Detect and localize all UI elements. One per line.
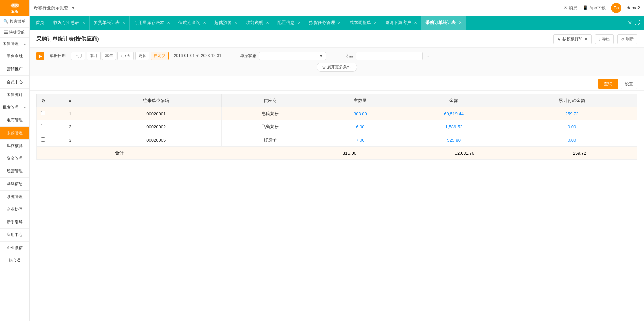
checkbox[interactable]: [41, 111, 45, 115]
sidebar-item-purchase[interactable]: 采购管理: [0, 127, 29, 140]
status-filter-label: 单据状态: [240, 53, 256, 59]
username-label[interactable]: demo2: [627, 5, 640, 10]
sidebar-item-newbie[interactable]: 新手引导: [0, 216, 29, 229]
sidebar-item-appcenter[interactable]: 应用中心: [0, 229, 29, 242]
app-icon: 📱: [583, 5, 588, 10]
date-btn-custom[interactable]: 自定义: [151, 52, 169, 60]
sidebar-item-system[interactable]: 系统管理: [0, 191, 29, 203]
sidebar-item-ecommerce[interactable]: 电商管理: [0, 114, 29, 127]
tab-close-icon[interactable]: ✕: [414, 21, 417, 25]
col-settings[interactable]: ⚙: [37, 94, 50, 107]
tab-home[interactable]: 首页: [31, 16, 49, 30]
row-amount[interactable]: 525.80: [401, 133, 506, 147]
row-amount[interactable]: 60,519.44: [401, 107, 506, 120]
close-window-btn[interactable]: ✕: [628, 20, 632, 26]
row-checkbox[interactable]: [37, 107, 50, 120]
tab-avail-inv[interactable]: 可用量库存账本 ✕: [130, 16, 174, 30]
tab-close-icon[interactable]: ✕: [234, 21, 237, 25]
home-label: 首页: [36, 20, 44, 26]
topbar-workspace[interactable]: 母婴行业演示账套 ▼: [34, 5, 75, 11]
tab-label: 采购订单统计表: [425, 20, 456, 26]
tab-close-icon[interactable]: ✕: [266, 21, 269, 25]
tab-close-icon[interactable]: ✕: [122, 21, 125, 25]
settings-btn[interactable]: 设置: [621, 79, 637, 89]
logo-sub: 标版: [11, 9, 18, 14]
sidebar-item-enterprise[interactable]: 企业协同: [0, 203, 29, 216]
row-checkbox[interactable]: [37, 120, 50, 133]
query-btn[interactable]: 查询: [598, 79, 618, 89]
maximize-btn[interactable]: ⛶: [635, 20, 640, 26]
refresh-label: 刷新: [626, 36, 634, 42]
date-btn-this-month[interactable]: 本月: [87, 52, 101, 60]
sidebar-item-retail-shop[interactable]: 零售商城: [0, 50, 29, 63]
row-qty[interactable]: 303.00: [319, 107, 401, 120]
tab-purchase-stats[interactable]: 采购订单统计表 ✕: [421, 16, 466, 30]
sidebar-item-basic[interactable]: 基础信息: [0, 178, 29, 191]
tab-func-desc[interactable]: 功能说明 ✕: [242, 16, 273, 30]
date-btn-last-month[interactable]: 上月: [71, 52, 85, 60]
row-qty[interactable]: 7.00: [319, 133, 401, 147]
export-btn[interactable]: ↓ 导出: [595, 34, 614, 44]
tab-config[interactable]: 配置信息 ✕: [273, 16, 305, 30]
status-select[interactable]: ▼: [259, 52, 326, 60]
tab-label: 要货单统计表: [94, 20, 120, 26]
footer-paid: 259.72: [522, 151, 637, 156]
date-range-display: 2016-01-01 至 2023-12-31: [174, 53, 221, 59]
sidebar-item-wholesale[interactable]: 批发管理 ▼: [0, 101, 29, 114]
tab-close-icon[interactable]: ✕: [167, 21, 170, 25]
print-btn[interactable]: 🖨 按模板打印 ▼: [553, 34, 592, 44]
goods-search-input[interactable]: [356, 52, 423, 60]
tab-invite[interactable]: 邀请下游客户 ✕: [381, 16, 421, 30]
tab-overstock[interactable]: 超储预警 ✕: [210, 16, 242, 30]
sidebar-item-retail-mgmt[interactable]: 零售管理 ▲: [0, 38, 29, 50]
tab-close-icon[interactable]: ✕: [459, 21, 462, 25]
app-download-btn[interactable]: 📱 App下载: [583, 5, 606, 11]
sidebar-item-finance[interactable]: 资金管理: [0, 152, 29, 165]
query-actions: 查询 设置: [30, 76, 644, 91]
sidebar-item-label: 应用中心: [7, 232, 23, 238]
row-paid[interactable]: 0.00: [506, 133, 637, 147]
sidebar-item-label: 系统管理: [7, 194, 23, 200]
checkbox[interactable]: [41, 137, 45, 142]
tab-recv-pay[interactable]: 收发存汇总表 ✕: [49, 16, 90, 30]
tab-expiry[interactable]: 保质期查询 ✕: [174, 16, 210, 30]
data-table: ⚙ # 往来单位编码 供应商 主数量 金额 累计付款金额 1 00020001: [36, 94, 637, 147]
row-paid[interactable]: 259.72: [506, 107, 637, 120]
message-btn[interactable]: ✉ 消息: [564, 5, 577, 11]
table-row: 3 00020005 好孩子 7.00 525.80 0.00: [37, 133, 637, 147]
tab-cost-adj[interactable]: 成本调整单 ✕: [345, 16, 381, 30]
sidebar-item-vip[interactable]: 畅会员: [0, 254, 29, 267]
sidebar-item-inventory[interactable]: 库存核算: [0, 140, 29, 152]
tab-pick-task[interactable]: 拣货任务管理 ✕: [305, 16, 345, 30]
sidebar-item-marketing[interactable]: 营销推广: [0, 63, 29, 76]
sidebar-item-member[interactable]: 会员中心: [0, 76, 29, 89]
sidebar-item-wechat[interactable]: 企业微信: [0, 242, 29, 254]
checkbox[interactable]: [41, 124, 45, 128]
refresh-btn[interactable]: ↻ 刷新: [617, 34, 637, 44]
tab-close-icon[interactable]: ✕: [298, 21, 301, 25]
date-btn-this-year[interactable]: 本年: [102, 52, 116, 60]
row-qty[interactable]: 6.00: [319, 120, 401, 133]
quick-nav[interactable]: ☰ 快捷导航: [0, 28, 29, 38]
row-checkbox[interactable]: [37, 133, 50, 147]
filter-toggle-btn[interactable]: ▶: [36, 52, 44, 60]
tab-close-icon[interactable]: ✕: [203, 21, 206, 25]
search-menu[interactable]: 🔍 搜索菜单: [0, 16, 29, 28]
tab-close-icon[interactable]: ✕: [82, 21, 85, 25]
tab-order-stats[interactable]: 要货单统计表 ✕: [90, 16, 130, 30]
sidebar-item-retail-stats[interactable]: 零售统计: [0, 89, 29, 101]
row-amount[interactable]: 1,586.52: [401, 120, 506, 133]
tab-close-icon[interactable]: ✕: [374, 21, 377, 25]
sidebar-item-business[interactable]: 经营管理: [0, 165, 29, 178]
sidebar-item-label: 零售统计: [7, 92, 23, 98]
expand-more-btn[interactable]: ⋁ 展开更多条件: [317, 63, 357, 72]
message-label: 消息: [569, 5, 577, 11]
workspace-dropdown-icon: ▼: [71, 5, 75, 10]
date-btn-7days[interactable]: 近7天: [117, 52, 134, 60]
row-paid[interactable]: 0.00: [506, 120, 637, 133]
date-btn-more[interactable]: 更多: [135, 52, 149, 60]
logo[interactable]: 畅捷通 标版: [0, 0, 29, 16]
svg-text:畅捷通: 畅捷通: [11, 4, 19, 7]
goods-more-icon[interactable]: ···: [425, 53, 429, 58]
tab-close-icon[interactable]: ✕: [338, 21, 341, 25]
